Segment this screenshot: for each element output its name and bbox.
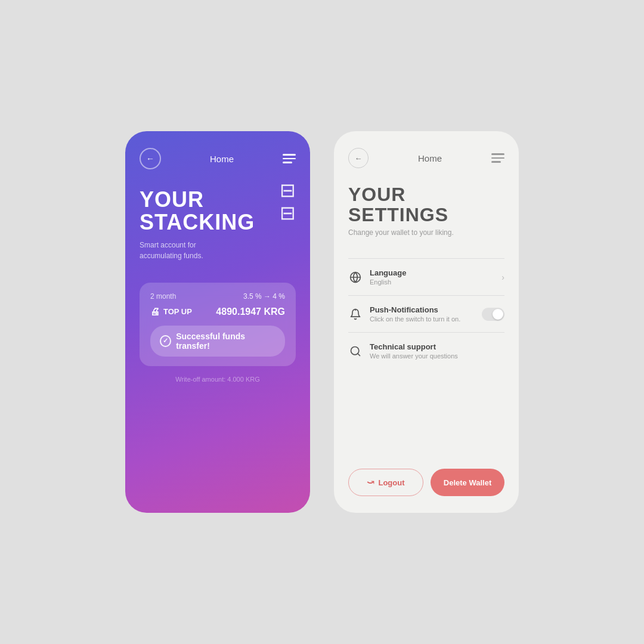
right-card-header: ← Home (348, 148, 504, 168)
write-off-label: Write-off amount: 4.000 KRG (140, 376, 296, 383)
notifications-title: Push-Notifications (370, 305, 475, 314)
support-icon (348, 344, 363, 358)
svg-line-4 (358, 354, 360, 356)
action-buttons-row: ⤻ Logout Delete Wallet (348, 459, 504, 496)
language-text: Language English (370, 268, 494, 286)
fund-card-mid-row: 🖨 TOP UP 4890.1947 KRG (150, 306, 285, 317)
success-badge: ✓ Successful funds transfer! (150, 326, 285, 357)
fund-card: 2 month 3.5 % → 4 % 🖨 TOP UP 4890.1947 K… (140, 283, 296, 366)
left-menu-icon[interactable] (283, 154, 296, 163)
delete-wallet-button[interactable]: Delete Wallet (431, 469, 504, 496)
check-circle-icon: ✓ (160, 335, 171, 347)
stacking-hero: YOUR STACKING ⊟⊟ Smart account for accum… (140, 188, 296, 283)
stack-layers-icon: ⊟⊟ (280, 179, 296, 224)
support-text: Technical support We will answer your qu… (370, 342, 504, 360)
topup-icon: 🖨 (150, 306, 160, 317)
notifications-icon (348, 307, 363, 321)
left-phone-card: ← Home YOUR STACKING ⊟⊟ Smart account fo… (125, 131, 310, 513)
right-home-title: Home (418, 153, 442, 163)
logout-icon: ⤻ (367, 477, 374, 488)
fund-card-top-row: 2 month 3.5 % → 4 % (150, 292, 285, 301)
language-icon (348, 270, 363, 284)
fund-rate: 3.5 % → 4 % (243, 292, 285, 301)
left-card-header: ← Home (140, 148, 296, 169)
left-back-icon: ← (146, 154, 154, 163)
support-desc: We will answer your questions (370, 352, 504, 360)
fund-duration: 2 month (150, 292, 176, 301)
settings-section-language[interactable]: Language English › (348, 258, 504, 295)
stacking-title: YOUR STACKING (140, 188, 296, 234)
support-title: Technical support (370, 342, 504, 351)
right-phone-card: ← Home YOUR SETTINGS Change your wallet … (334, 131, 519, 513)
left-home-title: Home (210, 154, 234, 164)
language-desc: English (370, 278, 494, 286)
topup-label[interactable]: 🖨 TOP UP (150, 306, 192, 317)
language-title: Language (370, 268, 494, 277)
language-chevron-icon: › (501, 273, 504, 282)
logout-button[interactable]: ⤻ Logout (348, 469, 423, 496)
fund-amount: 4890.1947 KRG (216, 306, 285, 317)
right-menu-icon[interactable] (491, 153, 504, 163)
notifications-desc: Click on the switch to turn it on. (370, 315, 475, 323)
stacking-subtitle: Smart account for accumulating funds. (140, 240, 229, 261)
settings-title: YOUR SETTINGS (348, 185, 504, 225)
settings-subtitle: Change your wallet to your liking. (348, 228, 504, 237)
notifications-text: Push-Notifications Click on the switch t… (370, 305, 475, 323)
left-back-button[interactable]: ← (140, 148, 161, 169)
settings-section-notifications[interactable]: Push-Notifications Click on the switch t… (348, 295, 504, 332)
right-back-button[interactable]: ← (348, 148, 369, 168)
right-back-icon: ← (355, 154, 363, 163)
notifications-toggle[interactable] (482, 308, 504, 321)
success-message: Successful funds transfer! (176, 332, 275, 351)
settings-section-support[interactable]: Technical support We will answer your qu… (348, 332, 504, 369)
